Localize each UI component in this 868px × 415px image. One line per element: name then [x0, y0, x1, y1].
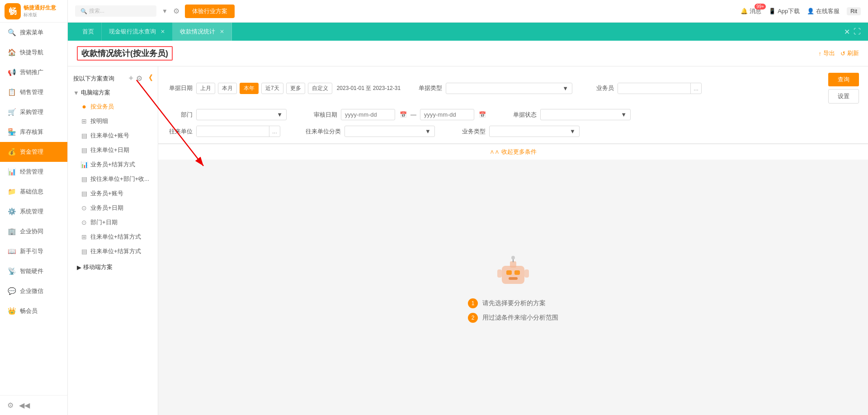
logo-text: 畅捷通好生意 标准版 [24, 4, 56, 18]
scheme-grid-icon-2: ⊞ [80, 233, 88, 241]
biz-type-select[interactable]: ▼ [489, 126, 580, 137]
collapse-panel-icon[interactable]: 《 [145, 74, 152, 83]
dept-select[interactable]: ▼ [196, 109, 287, 120]
sidebar-item-basic-info[interactable]: 📁 基础信息 [0, 182, 67, 202]
mobile-group-title[interactable]: ▶ 移动端方案 [68, 260, 158, 274]
counterpart-more-icon[interactable]: ... [269, 126, 280, 137]
topbar-dropdown-icon[interactable]: ▼ [162, 8, 168, 14]
query-button[interactable]: 查询 [828, 73, 859, 86]
filter-dept-item: 部门 ▼ [167, 109, 287, 120]
page-header: 收款情况统计(按业务员) ↑ 导出 ↺ 刷新 [68, 41, 868, 66]
scheme-item-by-salesperson-account[interactable]: ▤ 业务员+账号 [68, 186, 158, 201]
trial-button[interactable]: 体验行业方案 [185, 5, 235, 18]
tab-collection-stats[interactable]: 收款情况统计 ✕ [173, 23, 232, 41]
counterpart-category-select[interactable]: ▼ [344, 126, 435, 137]
tab-collection-stats-close[interactable]: ✕ [220, 28, 224, 35]
tab-home[interactable]: 首页 [75, 23, 102, 41]
collapse-filter-bar[interactable]: ∧∧ 收起更多条件 [158, 144, 868, 160]
scheme-item-by-unit-dept[interactable]: ▤ 按往来单位+部门+收... [68, 172, 158, 186]
counterpart-input[interactable] [197, 126, 269, 137]
scheme-item-by-unit-date[interactable]: ▤ 往来单位+日期 [68, 143, 158, 157]
add-scheme-icon[interactable]: + [128, 74, 133, 83]
doc-type-select[interactable]: ▼ [446, 83, 572, 94]
sidebar-footer: ⚙ ◀◀ [0, 395, 67, 415]
sidebar-item-inventory[interactable]: 🏪 库存核算 [0, 122, 67, 142]
filter-docstatus-item: 单据状态 ▼ [511, 109, 631, 120]
search-icon: 🔍 [80, 8, 87, 14]
scheme-item-by-salesperson[interactable]: ● 按业务员 [68, 99, 158, 114]
basic-info-icon: 📁 [7, 187, 16, 196]
scheme-active-icon: ● [80, 103, 88, 110]
tab-bank-flow[interactable]: 现金银行流水查询 ✕ [102, 23, 173, 41]
tab-bank-flow-close[interactable]: ✕ [160, 28, 165, 35]
tabbar: 首页 现金银行流水查询 ✕ 收款情况统计 ✕ ✕ ⛶ [68, 23, 868, 41]
export-button[interactable]: ↑ 导出 [819, 49, 835, 57]
cal-icon-2: 📅 [479, 111, 486, 118]
date-btn-custom[interactable]: 自定义 [308, 83, 332, 94]
svg-rect-4 [510, 261, 516, 268]
sidebar-item-finance[interactable]: 💰 资金管理 [0, 142, 67, 162]
online-service-button[interactable]: 👤 在线客服 [807, 7, 840, 15]
sidebar-item-marketing[interactable]: 📢 营销推广 [0, 62, 67, 82]
tabbar-right: ✕ ⛶ [844, 28, 861, 36]
scheme-item-by-unit-settle1[interactable]: ⊞ 往来单位+结算方式 [68, 230, 158, 244]
sidebar-item-purchase[interactable]: 🛒 采购管理 [0, 102, 67, 122]
settings-scheme-icon[interactable]: ⚙ [136, 74, 142, 83]
date-btn-last-month[interactable]: 上月 [196, 83, 215, 94]
settings-button[interactable]: 设置 [828, 89, 859, 104]
sidebar-item-smart-hw[interactable]: 📡 智能硬件 [0, 261, 67, 281]
refresh-button[interactable]: ↺ 刷新 [840, 49, 859, 57]
salesperson-more-icon[interactable]: ... [690, 83, 701, 94]
finance-icon: 💰 [7, 147, 16, 156]
empty-step-1: 1 请先选择要分析的方案 [468, 298, 558, 308]
doc-status-select[interactable]: ▼ [540, 109, 631, 120]
sidebar-item-quick-nav[interactable]: 🏠 快捷导航 [0, 42, 67, 62]
salesperson-input[interactable] [618, 83, 690, 94]
sidebar-item-operations[interactable]: 📊 经营管理 [0, 162, 67, 182]
date-btn-more[interactable]: 更多 [286, 83, 305, 94]
sidebar-item-wechat[interactable]: 💬 企业微信 [0, 281, 67, 301]
settings-footer-icon[interactable]: ⚙ [7, 401, 14, 410]
filter-counterpart-item: 往来单位 ... [167, 126, 280, 137]
desktop-scheme-group: ▼ 电脑端方案 ● 按业务员 ⊞ 按明细 ▤ 往来单位+账号 ▤ 往来单位 [68, 86, 158, 259]
audit-date-to-input[interactable] [420, 109, 474, 120]
scheme-item-by-salesperson-date[interactable]: ⊙ 业务员+日期 [68, 201, 158, 215]
sidebar-item-enterprise[interactable]: 🏢 企业协同 [0, 222, 67, 241]
system-icon: ⚙️ [7, 207, 16, 216]
scheme-table-icon-3: ▤ [80, 175, 88, 183]
topbar-search[interactable]: 🔍 搜索... [75, 5, 156, 17]
date-btn-7days[interactable]: 近7天 [261, 83, 283, 94]
left-panel: 按以下方案查询 + ⚙ 《 ▼ 电脑端方案 ● 按业务员 ⊞ [68, 66, 158, 415]
sidebar-item-member[interactable]: 👑 畅会员 [0, 301, 67, 321]
svg-rect-7 [497, 269, 502, 278]
sidebar-item-search-menu[interactable]: 🔍 搜索菜单 [0, 23, 67, 42]
scheme-item-by-unit-settle2[interactable]: ▤ 往来单位+结算方式 [68, 244, 158, 259]
date-btn-this-month[interactable]: 本月 [218, 83, 237, 94]
scheme-item-by-detail[interactable]: ⊞ 按明细 [68, 114, 158, 128]
app-download-button[interactable]: 📱 App下载 [769, 7, 800, 15]
enterprise-icon: 🏢 [7, 227, 16, 236]
svg-point-6 [511, 256, 515, 259]
logo-area: 畅 畅捷通好生意 标准版 [0, 0, 67, 23]
topbar-gear-icon[interactable]: ⚙ [173, 7, 179, 15]
scheme-item-by-salesperson-settle[interactable]: 📊 业务员+结算方式 [68, 157, 158, 172]
sidebar: 畅 畅捷通好生意 标准版 🔍 搜索菜单 🏠 快捷导航 📢 营销推广 📋 销售管理… [0, 0, 68, 415]
close-window-icon[interactable]: ✕ [844, 28, 850, 36]
maximize-window-icon[interactable]: ⛶ [854, 28, 861, 36]
doc-status-dropdown-icon: ▼ [621, 111, 627, 118]
audit-date-from-input[interactable] [341, 109, 395, 120]
desktop-group-title[interactable]: ▼ 电脑端方案 [68, 86, 158, 99]
empty-robot-icon [493, 252, 533, 293]
svg-rect-2 [514, 270, 520, 275]
topbar-right: 🔔 消息 99+ 📱 App下载 👤 在线客服 Rit [741, 7, 861, 15]
user-name[interactable]: Rit [847, 7, 861, 15]
date-btn-this-year[interactable]: 本年 [240, 83, 259, 94]
scheme-item-by-dept-date[interactable]: ⊙ 部门+日期 [68, 215, 158, 230]
messages-button[interactable]: 🔔 消息 99+ [741, 7, 761, 15]
sidebar-item-guide[interactable]: 📖 新手引导 [0, 241, 67, 261]
sidebar-item-system[interactable]: ⚙️ 系统管理 [0, 202, 67, 222]
scheme-item-by-unit-account[interactable]: ▤ 往来单位+账号 [68, 128, 158, 143]
filter-date-item: 单据日期 上月 本月 本年 近7天 更多 自定义 2023-01-01 至 20… [167, 83, 401, 94]
sidebar-item-sales[interactable]: 📋 销售管理 [0, 82, 67, 102]
collapse-sidebar-icon[interactable]: ◀◀ [19, 401, 30, 410]
